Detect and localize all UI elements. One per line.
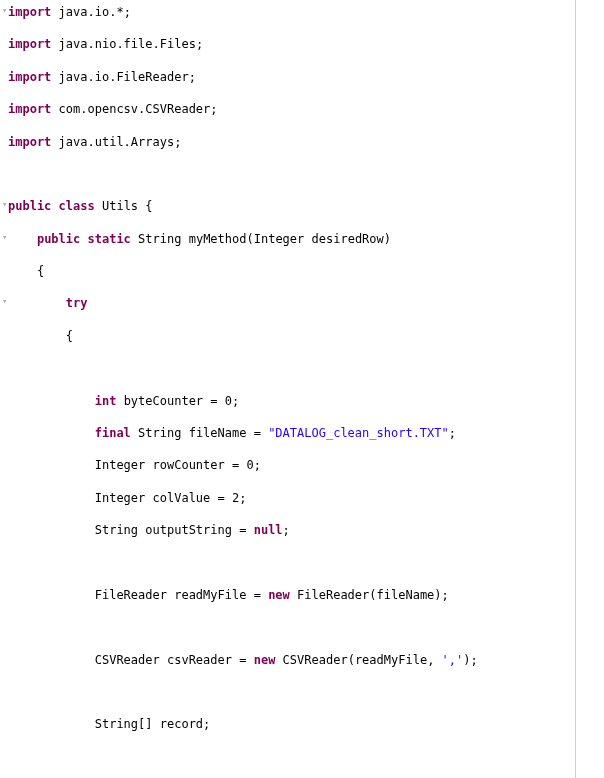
var-decl: Integer rowCounter = 0; — [8, 457, 596, 473]
import-line: import com.opencsv.CSVReader; — [8, 101, 596, 117]
var-decl: int byteCounter = 0; — [8, 393, 596, 409]
method-declaration: ▾ public static String myMethod(Integer … — [8, 231, 596, 247]
brace-line: { — [8, 328, 596, 344]
blank-line — [8, 360, 596, 376]
import-line: import java.nio.file.Files; — [8, 36, 596, 52]
fold-marker-icon: ▾ — [2, 295, 7, 307]
fold-marker-icon: ▾ — [2, 198, 7, 210]
fold-marker-icon: ▾ — [2, 231, 7, 243]
import-line: import java.util.Arrays; — [8, 134, 596, 150]
var-decl: Integer colValue = 2; — [8, 490, 596, 506]
blank-line — [8, 749, 596, 765]
blank-line — [8, 554, 596, 570]
blank-line — [8, 684, 596, 700]
import-line: import java.io.FileReader; — [8, 69, 596, 85]
var-decl: FileReader readMyFile = new FileReader(f… — [8, 587, 596, 603]
var-decl: String[] record; — [8, 716, 596, 732]
var-decl: String outputString = null; — [8, 522, 596, 538]
var-decl: CSVReader csvReader = new CSVReader(read… — [8, 652, 596, 668]
brace-line: { — [8, 263, 596, 279]
code-block: ▾import java.io.*; import java.nio.file.… — [8, 4, 596, 778]
blank-line — [8, 619, 596, 635]
try-line: ▾ try — [8, 295, 596, 311]
blank-line — [8, 166, 596, 182]
var-decl: final String fileName = "DATALOG_clean_s… — [8, 425, 596, 441]
fold-marker-icon: ▾ — [2, 4, 7, 16]
import-line: ▾import java.io.*; — [8, 4, 596, 20]
class-declaration: ▾public class Utils { — [8, 198, 596, 214]
